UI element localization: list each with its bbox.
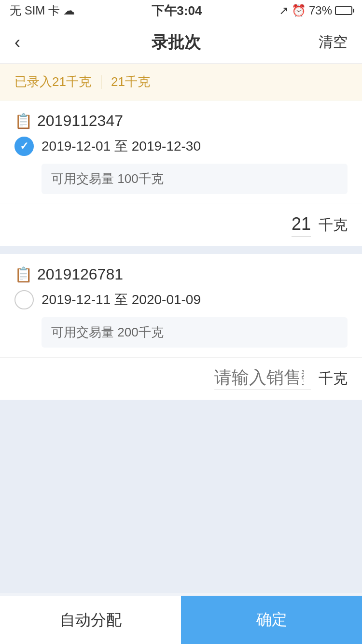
info-banner: 已录入21千克 21千克 — [0, 64, 362, 100]
status-right: ↗ ⏰ 73% — [279, 4, 352, 17]
doc-icon-1: 📋 — [14, 112, 32, 129]
batch-date-1: 2019-12-01 至 2019-12-30 — [42, 137, 201, 155]
amount-unit-2: 千克 — [319, 369, 348, 389]
location-icon: ↗ — [279, 4, 289, 17]
quantity-input-2[interactable] — [214, 367, 311, 388]
section-divider — [0, 246, 362, 254]
recorded-amount-tag: 已录入21千克 — [14, 73, 91, 90]
battery-icon — [335, 6, 352, 15]
batch-date-row-1[interactable]: 2019-12-01 至 2019-12-30 — [14, 137, 348, 156]
batch-id-1: 2019112347 — [37, 112, 123, 130]
amount-value-display: 21千克 — [111, 73, 150, 90]
back-button[interactable]: ‹ — [14, 32, 43, 53]
bottom-bar: 自动分配 确定 — [0, 596, 362, 644]
batch-id-row-1: 📋 2019112347 — [14, 112, 348, 130]
batch-id-row-2: 📋 2019126781 — [14, 266, 348, 283]
status-bar: 无 SIM 卡 ☁ 下午3:04 ↗ ⏰ 73% — [0, 0, 362, 21]
status-time: 下午3:04 — [152, 2, 202, 19]
amount-input-wrapper-2[interactable] — [214, 367, 311, 390]
batch-date-2: 2019-12-11 至 2020-01-09 — [42, 291, 201, 309]
batch-id-2: 2019126781 — [37, 266, 123, 283]
content-area: 📋 2019112347 2019-12-01 至 2019-12-30 可用交… — [0, 100, 362, 641]
sim-text: 无 SIM 卡 ☁ — [10, 3, 75, 18]
amount-unit-1: 千克 — [319, 215, 348, 235]
confirm-button[interactable]: 确定 — [181, 596, 362, 644]
gray-area — [0, 400, 362, 593]
page-title: 录批次 — [152, 31, 201, 54]
available-row-2: 可用交易量 200千克 — [42, 317, 348, 348]
amount-row-2: 千克 — [0, 357, 362, 400]
info-divider — [101, 75, 101, 89]
batch-item-1: 📋 2019112347 2019-12-01 至 2019-12-30 可用交… — [0, 100, 362, 246]
radio-button-2[interactable] — [14, 290, 34, 309]
battery-text: 73% — [309, 4, 332, 17]
amount-row-1: 21 千克 — [0, 204, 362, 246]
doc-icon-2: 📋 — [14, 266, 32, 283]
status-left: 无 SIM 卡 ☁ — [10, 3, 75, 18]
available-row-1: 可用交易量 100千克 — [42, 164, 348, 194]
amount-input-wrapper-1: 21 — [292, 214, 311, 237]
alarm-icon: ⏰ — [292, 4, 306, 17]
auto-distribute-button[interactable]: 自动分配 — [0, 596, 181, 644]
clear-button[interactable]: 清空 — [309, 32, 348, 52]
radio-button-1[interactable] — [14, 137, 34, 156]
batch-item-2: 📋 2019126781 2019-12-11 至 2020-01-09 可用交… — [0, 254, 362, 400]
nav-bar: ‹ 录批次 清空 — [0, 21, 362, 64]
batch-date-row-2[interactable]: 2019-12-11 至 2020-01-09 — [14, 290, 348, 309]
amount-value-1: 21 — [292, 214, 311, 234]
